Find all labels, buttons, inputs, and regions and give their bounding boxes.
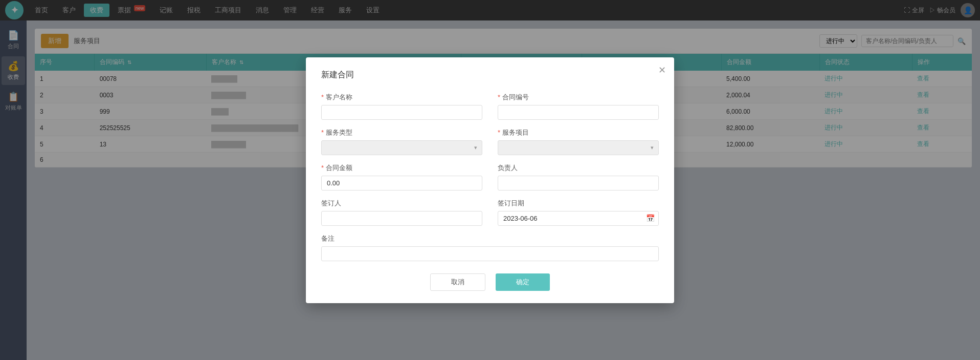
label-sign-date: 签订日期 xyxy=(498,199,659,208)
service-type-wrapper: ▾ xyxy=(321,140,482,155)
label-service-type: 服务类型 xyxy=(321,128,482,137)
content-area: 新增 服务项目 进行中 已完成 已终止 全部 🔍 序号 xyxy=(27,20,980,360)
label-notes: 备注 xyxy=(321,234,659,243)
input-notes[interactable] xyxy=(321,246,659,261)
field-contract-amount: 合同金额 xyxy=(321,163,482,190)
dialog-title: 新建合同 xyxy=(321,70,659,80)
close-icon[interactable]: ✕ xyxy=(658,66,666,75)
select-service-type[interactable] xyxy=(321,140,482,155)
field-service-item: 服务项目 ▾ xyxy=(498,128,659,155)
input-signer[interactable] xyxy=(321,211,482,226)
input-customer-name[interactable] xyxy=(321,105,482,120)
dialog-footer: 取消 确定 xyxy=(321,273,659,291)
calendar-icon[interactable]: 📅 xyxy=(646,214,655,222)
sign-date-wrapper: 📅 xyxy=(498,211,659,226)
field-customer-name: 客户名称 xyxy=(321,93,482,120)
field-contract-code: 合同编号 xyxy=(498,93,659,120)
field-responsible: 负责人 xyxy=(498,163,659,190)
label-responsible: 负责人 xyxy=(498,163,659,173)
label-contract-amount: 合同金额 xyxy=(321,163,482,173)
field-service-type: 服务类型 ▾ xyxy=(321,128,482,155)
input-responsible[interactable] xyxy=(498,176,659,190)
label-contract-code: 合同编号 xyxy=(498,93,659,102)
field-sign-date: 签订日期 📅 xyxy=(498,199,659,226)
modal-overlay: ✕ 新建合同 客户名称 合同编号 服务类型 xyxy=(27,20,980,360)
field-notes: 备注 xyxy=(321,234,659,261)
label-customer-name: 客户名称 xyxy=(321,93,482,102)
confirm-button[interactable]: 确定 xyxy=(496,273,550,291)
input-contract-amount[interactable] xyxy=(321,176,482,190)
input-contract-code[interactable] xyxy=(498,105,659,120)
label-service-item: 服务项目 xyxy=(498,128,659,137)
cancel-button[interactable]: 取消 xyxy=(430,273,485,291)
label-signer: 签订人 xyxy=(321,199,482,208)
input-sign-date[interactable] xyxy=(498,211,659,226)
field-signer: 签订人 xyxy=(321,199,482,226)
service-item-wrapper: ▾ xyxy=(498,140,659,155)
dialog-form: 客户名称 合同编号 服务类型 ▾ xyxy=(321,93,659,261)
select-service-item[interactable] xyxy=(498,140,659,155)
main-layout: 📄 合同 💰 收费 📋 对账单 新增 服务项目 进行中 已完成 已终止 xyxy=(0,20,980,360)
new-contract-dialog: ✕ 新建合同 客户名称 合同编号 服务类型 xyxy=(306,57,674,303)
